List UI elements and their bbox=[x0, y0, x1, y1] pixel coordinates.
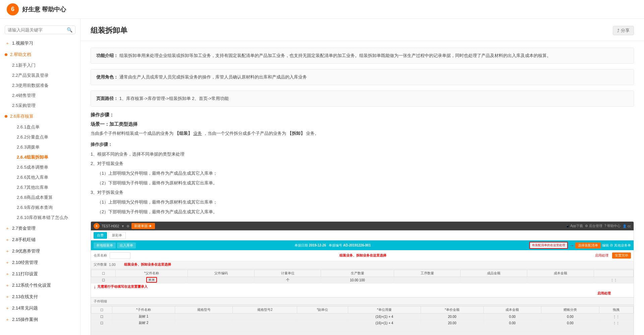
mock-app-dl: 📱 App下载 bbox=[566, 224, 583, 228]
sidebar-item-count[interactable]: 2.6.1盘点单 bbox=[0, 122, 80, 132]
sidebar-item-cases[interactable]: ＋ 2.15操作案例 bbox=[0, 314, 80, 325]
mock-dropdown-icon: ▼ bbox=[121, 224, 124, 228]
search-box[interactable]: 🔍 bbox=[5, 25, 75, 34]
mock-confirm-btn[interactable]: 安置完毕 bbox=[612, 253, 631, 259]
table-row bbox=[91, 326, 634, 332]
sidebar-item-cost-adjust[interactable]: 2.6.5成本调整单 bbox=[0, 162, 80, 172]
plus-icon-pay: ＋ bbox=[5, 294, 10, 299]
mock-arrow-right: → bbox=[569, 243, 574, 248]
sidebar-item-docs[interactable]: 2.帮助文档 bbox=[0, 49, 80, 60]
mock-sub-header: 父件数量 1.00 组装业务、拆卸业务在这里选择 bbox=[91, 261, 634, 268]
plus-icon-faq: ＋ bbox=[5, 305, 10, 311]
mock-ctd-usage2: (16)+(1) + 4 bbox=[348, 320, 421, 326]
mock-form-info: 单据日期 2019-12-26 单据编号 AD-20191226-001 bbox=[294, 243, 371, 248]
mock-th-cost-amt: 成本金额 bbox=[527, 270, 594, 277]
sidebar-item-stock-query[interactable]: 2.6.9库存账本查询 bbox=[0, 203, 80, 213]
mock-domain: TEST-H002 bbox=[102, 224, 119, 228]
mock-type-local[interactable]: 本地组装单 bbox=[94, 242, 116, 248]
mock-td-check: ☐ bbox=[91, 277, 116, 283]
mock-ctd-spec1b bbox=[233, 314, 297, 320]
sidebar-item-cash[interactable]: ＋ 2.7资金管理 bbox=[0, 223, 80, 234]
sidebar-item-count2[interactable]: 2.6.2分量盘点单 bbox=[0, 132, 80, 142]
sidebar-item-purchase[interactable]: 2.5采购管理 bbox=[0, 101, 80, 111]
sidebar-item-new-user[interactable]: 2.1新手入门 bbox=[0, 60, 80, 70]
sidebar-item-install[interactable]: 2.2产品安装及登录 bbox=[0, 70, 80, 80]
mock-th-prod-qty: 生产数量 bbox=[321, 270, 394, 277]
mock-type-inout[interactable]: 出入库单 bbox=[117, 242, 136, 248]
scene1-title: 场景一：加工类型选择 bbox=[91, 121, 634, 127]
role-intro-block: 使用角色： 通常由生产人员或库管人员完成拆装业务的操作，库管人员确认原材料的出库… bbox=[91, 69, 634, 85]
mock-help: ? 帮助中心 bbox=[604, 224, 621, 228]
mock-cth-usage: *单位用量 bbox=[348, 306, 421, 314]
mock-td-prod-amt bbox=[461, 277, 527, 283]
sidebar-item-faq[interactable]: ＋ 2.14常见问题 bbox=[0, 302, 80, 314]
mock-th-proc-qty: 工序数量 bbox=[394, 270, 461, 277]
site-name: 好生意 帮助中心 bbox=[22, 5, 66, 13]
mock-ctd-spec1a bbox=[175, 314, 233, 320]
sidebar-item-other-out[interactable]: 2.6.7其他出库单 bbox=[0, 182, 80, 192]
mock-cth-price: *单价金额 bbox=[421, 306, 483, 314]
mock-ctd-name1: 副材 1 bbox=[112, 314, 175, 320]
mock-ctd-spec2a bbox=[175, 320, 233, 326]
sidebar-item-pay[interactable]: ＋ 2.13在线支付 bbox=[0, 291, 80, 302]
plus-icon-cases: ＋ bbox=[5, 317, 10, 322]
mock-warehouse-input[interactable] bbox=[110, 252, 130, 259]
logo-icon: 6 bbox=[7, 3, 19, 15]
mock-top-system-bar: 6 TEST-H002 ▼ ⚙ 新建单据-★ 📱 App下载 ⚙ 后台管理 ? … bbox=[91, 222, 634, 230]
expand-dot bbox=[5, 53, 7, 56]
sidebar-item-mobile[interactable]: ＋ 2.8手机旺铺 bbox=[0, 234, 80, 245]
mock-down-arrow: ↓ bbox=[94, 284, 96, 289]
mock-blue-annotation: 启用处理 bbox=[91, 290, 634, 297]
sidebar-item-stock-err[interactable]: 2.6.10库存账本错了怎么办 bbox=[0, 213, 80, 223]
page-title: 组装拆卸单 bbox=[91, 25, 127, 36]
mock-settings-icon: ⚙ bbox=[126, 224, 129, 228]
header: 6 好生意 帮助中心 bbox=[0, 0, 644, 19]
path-intro-block: 页面路径： 1、库存核算->库存管理->组装拆卸单 2、首页->常用功能 bbox=[91, 91, 634, 107]
plus-icon-cash: ＋ bbox=[5, 226, 10, 231]
scene1-content: 当由多个子件材料组装成一个成品的业务为 【组装】 业务 ，当由一个父件拆分成多个… bbox=[91, 129, 634, 216]
mock-form-actions: 有装配清单的在这里处理 → 选择装配清单 编辑 存 其他业务单 bbox=[529, 242, 631, 249]
mock-enable-annotation: 启用处理 bbox=[597, 291, 611, 295]
mock-cth-spec1: 规格型号 bbox=[175, 306, 233, 314]
sidebar-item-cost-calc[interactable]: 2.6.8商品成本重算 bbox=[0, 192, 80, 203]
mock-parent-thead: ☐ *父件名称 父件编码 计量单位 生产数量 工序数量 成品金额 成本金额 bbox=[91, 270, 634, 277]
mock-tab-active[interactable]: 自费 bbox=[94, 232, 107, 239]
mock-add-btn[interactable]: 新建单据-★ bbox=[131, 223, 155, 229]
share-button[interactable]: ⤴ 分享 bbox=[613, 26, 634, 35]
sidebar-item-inventory[interactable]: 2.6库存核算 bbox=[0, 111, 80, 122]
sidebar-item-video[interactable]: ＋ 1.视频学习 bbox=[0, 38, 80, 49]
sidebar-item-other-in[interactable]: 2.6.6其他入库单 bbox=[0, 172, 80, 182]
table-row: ☐ 副材 1 (16)+(1) + 4 20.00 0.00 0.00 ⋮⋮ bbox=[91, 314, 634, 320]
sidebar-item-print[interactable]: ＋ 2.11打印设置 bbox=[0, 268, 80, 280]
mock-child-header-row: ☐ *子件名称 规格型号 规格型号2 *副单位 *单位用量 *单价金额 成本金额… bbox=[91, 306, 634, 314]
sidebar-item-ops[interactable]: ＋ 2.10经营管理 bbox=[0, 257, 80, 268]
mock-ctd-empty3 bbox=[91, 326, 634, 332]
search-input[interactable] bbox=[8, 27, 67, 33]
mock-parent-table: ☐ *父件名称 父件编码 计量单位 生产数量 工序数量 成品金额 成本金额 bbox=[91, 270, 634, 283]
mock-parent-name-highlight: 米米 bbox=[146, 277, 157, 283]
mock-cth-name: *子件名称 bbox=[112, 306, 175, 314]
sidebar-item-adjust[interactable]: 2.6.3调拨单 bbox=[0, 142, 80, 152]
mock-ctd-sub1 bbox=[297, 314, 348, 320]
mock-td-unit: 个 bbox=[254, 277, 321, 283]
mock-choose-btn[interactable]: 选择装配清单 bbox=[575, 242, 601, 248]
mock-date-label: 单据日期 2019-12-26 bbox=[294, 243, 326, 248]
sidebar-item-sales[interactable]: 2.4销售管理 bbox=[0, 91, 80, 101]
mock-ctd-drag2: ⋮⋮ bbox=[599, 320, 633, 326]
mock-annotation-assemble: 组装业务、拆卸业务在这里选择 bbox=[124, 262, 171, 267]
mock-ctd-class1: 0.00 bbox=[541, 314, 599, 320]
mock-ctd-class2: 0.00 bbox=[541, 320, 599, 326]
sidebar-item-data-prep[interactable]: 2.3使用前数据准备 bbox=[0, 80, 80, 91]
main-layout: 🔍 ＋ 1.视频学习 2.帮助文档 2.1新手入门 2.2产品安装及登录 2.3… bbox=[0, 19, 644, 335]
mock-ctd-spec2b bbox=[233, 320, 297, 326]
mock-tab-new[interactable]: 新彩单 bbox=[108, 232, 126, 239]
sidebar-item-assemble[interactable]: 2.6.4组装拆卸单 bbox=[0, 152, 80, 162]
sidebar-item-system[interactable]: ＋ 2.12系统个性化设置 bbox=[0, 280, 80, 291]
mock-ctd-name2: 副材 2 bbox=[112, 320, 175, 326]
plus-icon-system: ＋ bbox=[5, 283, 10, 288]
mock-user: 👤 cc bbox=[623, 224, 631, 228]
mock-parent-label: 父件数量 bbox=[94, 262, 107, 267]
mock-logo: 6 bbox=[94, 223, 100, 229]
search-icon: 🔍 bbox=[67, 27, 72, 33]
sidebar-item-coupon[interactable]: ＋ 2.9优惠券管理 bbox=[0, 245, 80, 257]
